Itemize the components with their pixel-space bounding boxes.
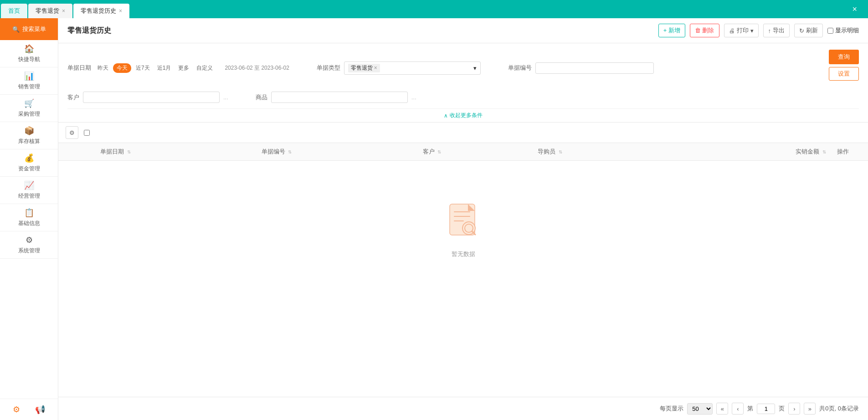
first-page-button[interactable]: « bbox=[716, 403, 728, 415]
refresh-button[interactable]: ↻ 刷新 bbox=[794, 24, 823, 37]
col-amount-sort-icon: ⇅ bbox=[822, 149, 826, 154]
date-btn-more[interactable]: 更多 bbox=[175, 63, 192, 73]
tab-retail-return[interactable]: 零售退货 × bbox=[28, 4, 72, 18]
customer-filter: 客户 ... bbox=[67, 92, 228, 103]
table-body: 暂无数据 bbox=[58, 161, 868, 295]
filter-row-1: 单据日期 昨天 今天 近7天 近1月 更多 自定义 2023-06-02 至 2… bbox=[67, 50, 859, 86]
type-filter: 单据类型 零售退货 × ▾ bbox=[317, 61, 481, 75]
tab-retail-return-close[interactable]: × bbox=[62, 8, 65, 14]
date-range-text: 2023-06-02 至 2023-06-02 bbox=[225, 64, 289, 72]
delete-button[interactable]: 🗑 删除 bbox=[690, 24, 719, 37]
goods-filter-input[interactable] bbox=[271, 92, 408, 103]
date-btn-1month[interactable]: 近1月 bbox=[154, 63, 174, 73]
sidebar-search[interactable]: 🔍 搜索菜单 bbox=[0, 18, 58, 40]
col-amount-label: 实销金额 bbox=[796, 148, 819, 155]
current-page-input[interactable] bbox=[757, 404, 775, 414]
number-filter: 单据编号 bbox=[508, 62, 654, 74]
tab-retail-return-history-label: 零售退货历史 bbox=[81, 7, 116, 15]
type-tag-close[interactable]: × bbox=[374, 65, 377, 71]
sidebar-item-sales[interactable]: 📊 销售管理 bbox=[0, 67, 58, 95]
sidebar: 🔍 搜索菜单 🏠 快捷导航 📊 销售管理 🛒 采购管理 📦 库存核算 💰 资金管… bbox=[0, 18, 58, 420]
collapse-up-icon: ∧ bbox=[444, 113, 448, 119]
show-detail-checkbox[interactable] bbox=[827, 28, 833, 34]
date-btn-custom[interactable]: 自定义 bbox=[194, 63, 216, 73]
sidebar-item-inventory[interactable]: 📦 库存核算 bbox=[0, 122, 58, 149]
settings-icon[interactable]: ⚙ bbox=[13, 405, 20, 415]
col-number-label: 单据编号 bbox=[262, 148, 285, 155]
inventory-icon: 📦 bbox=[24, 126, 34, 136]
basic-info-icon: 📋 bbox=[24, 208, 34, 218]
last-page-button[interactable]: » bbox=[804, 403, 816, 415]
next-page-button[interactable]: › bbox=[788, 403, 800, 415]
date-btn-today[interactable]: 今天 bbox=[113, 63, 131, 73]
system-icon: ⚙ bbox=[26, 235, 33, 245]
customer-filter-input[interactable] bbox=[83, 92, 220, 103]
col-number-header[interactable]: 单据编号 ⇅ bbox=[256, 143, 417, 161]
main-content: 零售退货历史 + 新增 🗑 删除 🖨 打印 ▾ ↑ 导出 ↻ 刷新 bbox=[58, 18, 868, 420]
set-button[interactable]: 设置 bbox=[829, 67, 859, 81]
goods-dots[interactable]: ... bbox=[411, 94, 416, 101]
pagination: 每页显示 20 50 100 « ‹ 第 页 › » 共0页, 0条记录 bbox=[58, 397, 868, 420]
topbar: 首页 零售退货 × 零售退货历史 × × bbox=[0, 0, 868, 18]
show-detail-label: 显示明细 bbox=[827, 26, 859, 35]
print-label: 打印 bbox=[737, 26, 749, 35]
date-btn-yesterday[interactable]: 昨天 bbox=[95, 63, 111, 73]
query-button[interactable]: 查询 bbox=[829, 50, 859, 64]
print-button[interactable]: 🖨 打印 ▾ bbox=[724, 24, 759, 37]
window-close-button[interactable]: × bbox=[848, 5, 861, 14]
purchase-icon: 🛒 bbox=[24, 98, 34, 108]
empty-text: 暂无数据 bbox=[452, 250, 475, 258]
type-filter-select[interactable]: 零售退货 × ▾ bbox=[344, 61, 481, 75]
col-actions-label: 操作 bbox=[837, 148, 849, 155]
col-customer-header[interactable]: 客户 ⇅ bbox=[417, 143, 532, 161]
speaker-icon[interactable]: 📢 bbox=[35, 405, 45, 415]
empty-state: 暂无数据 bbox=[58, 161, 868, 295]
new-button[interactable]: + 新增 bbox=[658, 24, 685, 37]
number-filter-input[interactable] bbox=[535, 62, 654, 74]
empty-illustration bbox=[441, 197, 486, 243]
col-guide-sort-icon: ⇅ bbox=[559, 149, 562, 154]
page-title: 零售退货历史 bbox=[67, 26, 111, 36]
tab-home-label: 首页 bbox=[8, 7, 20, 15]
finance-icon: 💰 bbox=[24, 153, 34, 163]
col-number-sort-icon: ⇅ bbox=[288, 149, 292, 154]
prev-page-button[interactable]: ‹ bbox=[732, 403, 744, 415]
date-filter-label: 单据日期 bbox=[67, 64, 91, 72]
sidebar-item-purchase[interactable]: 🛒 采购管理 bbox=[0, 95, 58, 122]
sidebar-item-quick-nav[interactable]: 🏠 快捷导航 bbox=[0, 40, 58, 67]
empty-state-row: 暂无数据 bbox=[58, 161, 868, 295]
select-all-checkbox[interactable] bbox=[84, 130, 90, 136]
sidebar-item-operations[interactable]: 📈 经营管理 bbox=[0, 177, 58, 204]
sidebar-item-basic-info-label: 基础信息 bbox=[18, 220, 40, 227]
customer-dots[interactable]: ... bbox=[223, 94, 228, 101]
topbar-right: × bbox=[848, 5, 868, 14]
tab-home[interactable]: 首页 bbox=[1, 4, 27, 18]
customer-filter-label: 客户 bbox=[67, 93, 79, 102]
sales-icon: 📊 bbox=[24, 71, 34, 81]
col-amount-header[interactable]: 实销金额 ⇅ bbox=[670, 143, 832, 161]
col-customer-label: 客户 bbox=[423, 148, 435, 155]
page-word: 第 bbox=[747, 405, 753, 413]
page-size-select[interactable]: 20 50 100 bbox=[687, 403, 713, 415]
number-filter-label: 单据编号 bbox=[508, 64, 532, 72]
total-info: 共0页, 0条记录 bbox=[819, 405, 859, 413]
show-detail-text: 显示明细 bbox=[835, 26, 859, 35]
sidebar-item-system[interactable]: ⚙ 系统管理 bbox=[0, 231, 58, 259]
tab-retail-return-history[interactable]: 零售退货历史 × bbox=[73, 4, 129, 18]
date-range-display: 2023-06-02 至 2023-06-02 bbox=[225, 64, 289, 72]
type-filter-label: 单据类型 bbox=[317, 64, 340, 72]
type-tag-text: 零售退货 bbox=[351, 64, 373, 72]
tab-retail-return-history-close[interactable]: × bbox=[119, 8, 122, 14]
date-btn-7days[interactable]: 近7天 bbox=[133, 63, 153, 73]
table-gear-button[interactable]: ⚙ bbox=[66, 126, 78, 139]
col-date-header[interactable]: 单据日期 ⇅ bbox=[95, 143, 256, 161]
collapse-button[interactable]: ∧ 收起更多条件 bbox=[67, 108, 859, 122]
export-button[interactable]: ↑ 导出 bbox=[763, 24, 790, 37]
sidebar-item-basic-info[interactable]: 📋 基础信息 bbox=[0, 204, 58, 231]
sidebar-item-purchase-label: 采购管理 bbox=[18, 110, 40, 118]
col-guide-header[interactable]: 导购员 ⇅ bbox=[532, 143, 670, 161]
sidebar-item-finance[interactable]: 💰 资金管理 bbox=[0, 149, 58, 177]
sidebar-search-label: 搜索菜单 bbox=[22, 25, 46, 33]
print-chevron-icon: ▾ bbox=[750, 27, 754, 34]
refresh-icon: ↻ bbox=[799, 27, 804, 34]
